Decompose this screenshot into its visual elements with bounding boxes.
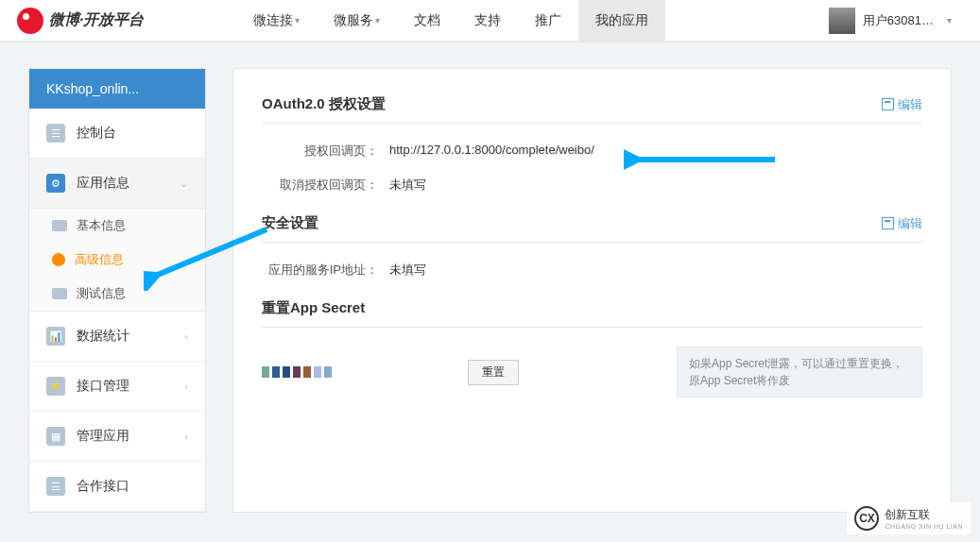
sidebar-item-stats[interactable]: 📊 数据统计 › — [29, 312, 205, 362]
ip-label: 应用的服务IP地址： — [262, 262, 389, 279]
sidebar-submenu: 基本信息 高级信息 测试信息 — [29, 209, 205, 312]
nav-promote[interactable]: 推广 — [518, 0, 578, 41]
link-icon: ☰ — [46, 477, 65, 496]
nav-my-apps[interactable]: 我的应用 — [578, 0, 665, 41]
edit-security-button[interactable]: 编辑 — [882, 215, 922, 232]
console-icon: ☰ — [46, 124, 65, 143]
edit-oauth-button[interactable]: 编辑 — [882, 96, 922, 113]
chevron-down-icon: ⌄ — [180, 178, 188, 190]
folder-icon: ▦ — [46, 427, 65, 446]
top-nav: 微博·开放平台 微连接▾ 微服务▾ 文档 支持 推广 我的应用 用户63081…… — [0, 0, 980, 42]
nav-items: 微连接▾ 微服务▾ 文档 支持 推广 我的应用 — [236, 0, 665, 41]
card-icon — [52, 288, 67, 299]
nav-docs[interactable]: 文档 — [397, 0, 457, 41]
app-secret-blurred — [262, 364, 451, 380]
chart-icon: 📊 — [46, 327, 65, 346]
section-security: 安全设置 编辑 应用的服务IP地址： 未填写 — [262, 214, 922, 279]
watermark-logo: CX 创新互联 CHUANG XIN HU LIAN — [847, 502, 971, 534]
sidebar-item-api[interactable]: ⚡ 接口管理 › — [29, 362, 205, 412]
nav-microconnect[interactable]: 微连接▾ — [236, 0, 317, 41]
cancel-callback-value: 未填写 — [389, 177, 426, 194]
nav-support[interactable]: 支持 — [457, 0, 518, 41]
chevron-down-icon: ▾ — [375, 15, 380, 25]
edit-icon — [882, 217, 894, 229]
section-oauth: OAuth2.0 授权设置 编辑 授权回调页： http://127.0.0.1… — [262, 95, 922, 194]
main-content: OAuth2.0 授权设置 编辑 授权回调页： http://127.0.0.1… — [232, 68, 952, 513]
section-title-oauth: OAuth2.0 授权设置 — [262, 95, 386, 113]
callback-label: 授权回调页： — [262, 143, 389, 160]
ip-value: 未填写 — [389, 262, 426, 279]
card-icon — [52, 220, 67, 231]
chevron-down-icon: ▾ — [295, 15, 300, 25]
section-title-security: 安全设置 — [262, 214, 318, 232]
username: 用户63081… — [863, 12, 934, 29]
section-title-reset: 重置App Secret — [262, 299, 365, 317]
chevron-down-icon: ▾ — [947, 15, 952, 25]
chevron-right-icon: › — [184, 381, 188, 392]
sidebar-sub-basic[interactable]: 基本信息 — [29, 209, 205, 243]
alert-icon — [52, 253, 65, 266]
sidebar-item-manage[interactable]: ▦ 管理应用 › — [29, 412, 205, 462]
weibo-logo-icon — [17, 8, 43, 34]
sidebar-sub-advanced[interactable]: 高级信息 — [29, 243, 205, 277]
sidebar: KKshop_onlin... ☰ 控制台 ⚙ 应用信息 ⌄ 基本信息 高级信息… — [28, 68, 206, 513]
cx-logo-icon: CX — [854, 506, 879, 531]
chevron-right-icon: › — [184, 330, 188, 342]
plug-icon: ⚡ — [46, 377, 65, 396]
avatar — [829, 8, 855, 34]
gear-icon: ⚙ — [46, 174, 65, 193]
logo[interactable]: 微博·开放平台 — [0, 8, 161, 34]
sidebar-item-console[interactable]: ☰ 控制台 — [29, 109, 205, 159]
edit-icon — [882, 98, 894, 110]
callback-value: http://127.0.0.1:8000/complete/weibo/ — [389, 143, 594, 160]
sidebar-item-appinfo[interactable]: ⚙ 应用信息 ⌄ — [29, 159, 205, 209]
footer-brand: 创新互联 — [885, 507, 963, 523]
chevron-right-icon: › — [184, 431, 188, 442]
sidebar-app-name[interactable]: KKshop_onlin... — [29, 69, 205, 109]
section-reset: 重置App Secret 重置 如果App Secret泄露，可以通过重置更换，… — [262, 299, 922, 398]
sidebar-sub-test[interactable]: 测试信息 — [29, 277, 205, 311]
sidebar-item-partner[interactable]: ☰ 合作接口 — [29, 462, 205, 512]
footer-sub: CHUANG XIN HU LIAN — [885, 523, 963, 530]
reset-hint: 如果App Secret泄露，可以通过重置更换，原App Secret将作废 — [677, 347, 922, 398]
nav-microservice[interactable]: 微服务▾ — [317, 0, 397, 41]
user-menu[interactable]: 用户63081… ▾ — [829, 8, 980, 34]
cancel-callback-label: 取消授权回调页： — [262, 177, 389, 194]
reset-button[interactable]: 重置 — [468, 360, 519, 385]
brand-name: 微博·开放平台 — [49, 10, 144, 30]
